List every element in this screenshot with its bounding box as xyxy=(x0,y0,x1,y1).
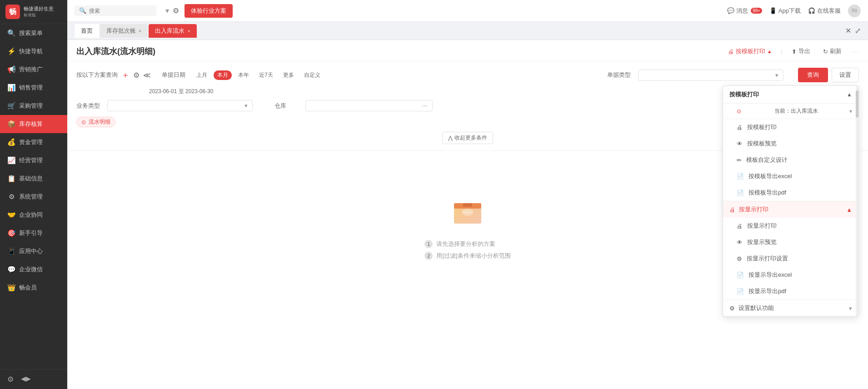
date-more[interactable]: 更多 xyxy=(279,70,298,80)
refresh-button[interactable]: ↻ 刷新 xyxy=(819,45,845,57)
dropdown-footer[interactable]: ⚙ 设置默认功能 ▾ xyxy=(723,300,858,316)
search-input[interactable] xyxy=(89,8,148,14)
gear-icon: ⚙ xyxy=(7,193,15,201)
date-custom[interactable]: 自定义 xyxy=(300,70,324,80)
template-preview-label: 按模板预览 xyxy=(747,140,777,148)
sidebar-item-guide[interactable]: 🎯 新手引导 xyxy=(0,224,67,242)
sidebar-item-label: 经营管理 xyxy=(19,156,43,165)
warehouse-more-icon[interactable]: ⋯ xyxy=(422,102,428,109)
sidebar-item-finance[interactable]: 💰 资金管理 xyxy=(0,133,67,151)
display-preview-item[interactable]: 👁 按显示预览 xyxy=(723,234,858,250)
warehouse-select[interactable]: ⋯ xyxy=(305,100,433,111)
tab-home-label: 首页 xyxy=(81,27,93,35)
date-this-year[interactable]: 本年 xyxy=(234,70,253,80)
sidebar-item-vip[interactable]: 👑 畅会员 xyxy=(0,279,67,297)
sidebar-item-sales[interactable]: 📊 销售管理 xyxy=(0,79,67,97)
window-maximize-icon[interactable]: ⤢ xyxy=(855,26,861,35)
sidebar-item-quick-nav[interactable]: ⚡ 快捷导航 xyxy=(0,42,67,60)
topbar-right: 💬 消息 99+ 📱 App下载 🎧 在线客服 Rit xyxy=(727,5,861,17)
online-service-label: 在线客服 xyxy=(817,7,841,15)
sidebar-item-basic-info[interactable]: 📋 基础信息 xyxy=(0,170,67,188)
template-custom-item[interactable]: ✏ 模板自定义设计 xyxy=(723,152,858,168)
tab-home[interactable]: 首页 xyxy=(75,24,99,38)
display-export-pdf-item[interactable]: 📄 按显示导出pdf xyxy=(723,283,858,299)
sidebar-item-label: 采购管理 xyxy=(19,102,43,110)
template-export-excel-item[interactable]: 📄 按模板导出excel xyxy=(723,168,858,185)
display-print-item[interactable]: 🖨 按显示打印 xyxy=(723,218,858,234)
display-excel-icon: 📄 xyxy=(737,272,744,279)
sidebar-item-marketing[interactable]: 📢 营销推广 xyxy=(0,60,67,79)
date-last-7days[interactable]: 近7天 xyxy=(255,70,277,80)
avatar[interactable]: Rit xyxy=(848,5,861,17)
filter-row-1: 按以下方案查询 ＋ ⚙ ≪ 单据日期 上月 本月 本年 近7天 更多 自定义 xyxy=(76,68,859,82)
date-this-month[interactable]: 本月 xyxy=(214,70,232,80)
settings-button[interactable]: 设置 xyxy=(832,68,859,82)
tab-inout-flow[interactable]: 出入库流水 × xyxy=(149,24,196,38)
sidebar-collapse-icon[interactable]: ◀▶ xyxy=(21,375,31,384)
dropdown-icon[interactable]: ▾ xyxy=(165,6,169,15)
settings-icon[interactable]: ⚙ xyxy=(173,6,179,15)
sidebar-item-inventory[interactable]: 📦 库存核算 xyxy=(0,115,67,133)
filter-setting-icon[interactable]: ⚙ xyxy=(133,71,140,80)
template-preview-item[interactable]: 👁 按模板预览 xyxy=(723,135,858,152)
clipboard-icon: 📋 xyxy=(7,175,15,183)
tab-batch-account-close[interactable]: × xyxy=(139,28,141,34)
sidebar-item-label: 销售管理 xyxy=(19,84,43,92)
sidebar-item-operations[interactable]: 📈 经营管理 xyxy=(0,151,67,170)
biz-type-chevron-down: ▾ xyxy=(244,102,248,109)
display-print-settings-item[interactable]: ⚙ 按显示打印设置 xyxy=(723,250,858,267)
biz-type-select[interactable]: ▾ xyxy=(107,100,253,111)
tabs-window-buttons: ✕ ⤢ xyxy=(845,26,861,35)
template-export-pdf-item[interactable]: 📄 按模板导出pdf xyxy=(723,185,858,201)
mobile-icon: 📱 xyxy=(7,247,15,255)
search-icon: 🔍 xyxy=(79,7,86,14)
message-item[interactable]: 💬 消息 99+ xyxy=(727,7,762,15)
industry-solution-button[interactable]: 体验行业方案 xyxy=(185,4,233,18)
window-close-icon[interactable]: ✕ xyxy=(845,26,851,35)
template-custom-label: 模板自定义设计 xyxy=(746,156,788,164)
sidebar-item-app-center[interactable]: 📱 应用中心 xyxy=(0,242,67,260)
app-download-item[interactable]: 📱 App下载 xyxy=(769,7,801,15)
display-settings-icon: ⚙ xyxy=(737,255,742,262)
dropdown-header: 按模板打印 ▲ xyxy=(723,86,858,104)
tab-batch-account[interactable]: 库存批次账 × xyxy=(100,24,148,38)
online-service-item[interactable]: 🎧 在线客服 xyxy=(808,7,841,15)
warehouse-label: 仓库 xyxy=(274,102,302,110)
sidebar-item-system[interactable]: ⚙ 系统管理 xyxy=(0,188,67,206)
tab-inout-flow-label: 出入库流水 xyxy=(155,27,185,35)
scrollbar-track xyxy=(856,86,858,316)
date-label: 单据日期 xyxy=(162,71,189,79)
export-button[interactable]: ⬆ 导出 xyxy=(788,45,814,57)
topbar-search-box[interactable]: 🔍 xyxy=(75,5,156,16)
sidebar-settings-icon[interactable]: ⚙ xyxy=(7,375,14,384)
sidebar-bottom: ⚙ ◀▶ xyxy=(0,369,67,389)
page-title: 出入库流水(流水明细) xyxy=(76,46,155,57)
template-print-button[interactable]: 🖨 按模板打印 ▲ xyxy=(724,45,776,57)
filter-collapse-icon[interactable]: ≪ xyxy=(143,71,151,80)
tabs-bar: 首页 库存批次账 × 出入库流水 × ✕ ⤢ xyxy=(67,22,868,40)
collapse-button[interactable]: ⋀ 收起更多条件 xyxy=(442,132,493,144)
sidebar-item-wechat[interactable]: 💬 企业微信 xyxy=(0,260,67,279)
flow-detail-tag[interactable]: ⊙ 流水明细 xyxy=(76,117,115,127)
tab-inout-flow-close[interactable]: × xyxy=(187,28,190,34)
sidebar-item-label: 搜索菜单 xyxy=(19,29,43,37)
sidebar-item-purchase[interactable]: 🛒 采购管理 xyxy=(0,97,67,115)
query-button[interactable]: 查询 xyxy=(798,68,828,82)
template-print-item[interactable]: 🖨 按模板打印 xyxy=(723,119,858,135)
sidebar-item-search[interactable]: 🔍 搜索菜单 xyxy=(0,24,67,42)
doc-type-select[interactable]: ▾ xyxy=(638,70,783,81)
sidebar-item-label: 营销推广 xyxy=(19,65,43,74)
dropdown-panel: 按模板打印 ▲ ⊙ 当前：出入库流水 ▾ 🖨 按模板打印 👁 按模板预览 ✏ xyxy=(723,85,859,317)
filter-add-icon[interactable]: ＋ xyxy=(121,70,130,80)
dropdown-collapse-icon[interactable]: ▲ xyxy=(847,91,852,98)
date-last-month[interactable]: 上月 xyxy=(193,70,211,80)
display-section-icon: 🖨 xyxy=(729,206,735,213)
megaphone-icon: 📢 xyxy=(7,65,15,74)
display-export-excel-item[interactable]: 📄 按显示导出excel xyxy=(723,267,858,283)
user-name: Rit xyxy=(852,8,857,13)
template-print-label: 按模板打印 xyxy=(736,47,765,55)
display-section-header[interactable]: 🖨 按显示打印 ▲ xyxy=(723,201,858,218)
sidebar-item-enterprise[interactable]: 🤝 企业协同 xyxy=(0,206,67,224)
chat-icon: 💬 xyxy=(7,265,15,274)
dropdown-current-item[interactable]: ⊙ 当前：出入库流水 ▾ xyxy=(723,104,858,119)
